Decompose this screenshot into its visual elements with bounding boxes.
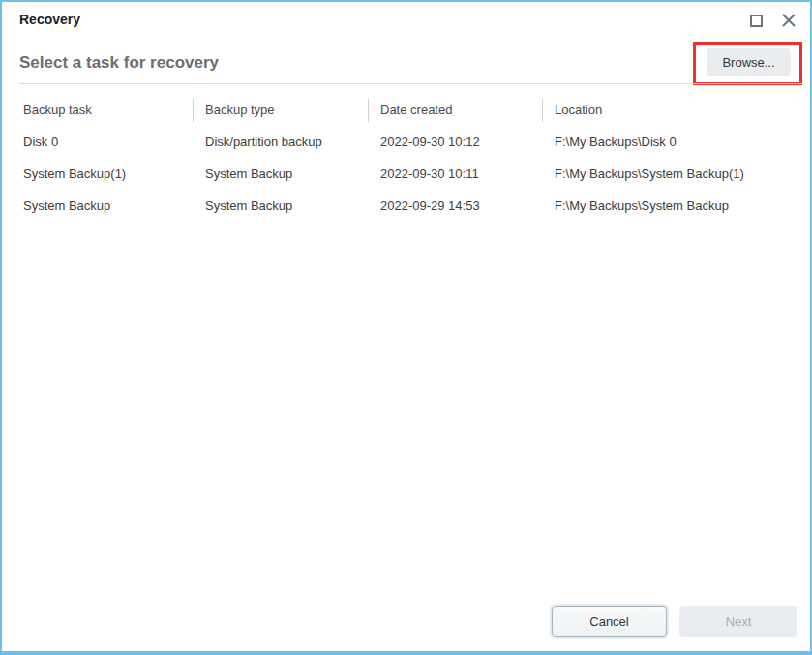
page-title: Select a task for recovery (19, 53, 219, 73)
column-separator (542, 99, 543, 122)
column-separator (368, 99, 369, 122)
cell-backup-task: System Backup (21, 198, 193, 213)
table-body: Disk 0 Disk/partition backup 2022-09-30 … (21, 126, 802, 222)
heading-divider (19, 83, 803, 84)
window-controls (746, 11, 798, 30)
cell-location: F:\My Backups\Disk 0 (542, 134, 802, 149)
cell-backup-type: Disk/partition backup (193, 134, 368, 149)
table-row-system-backup[interactable]: System Backup System Backup 2022-09-29 1… (21, 190, 802, 222)
close-button[interactable] (779, 11, 798, 30)
table-header-row: Backup task Backup type Date created Loc… (21, 94, 802, 126)
browse-button[interactable]: Browse... (707, 48, 791, 76)
column-header-backup-type: Backup type (193, 103, 368, 117)
cancel-button[interactable]: Cancel (552, 606, 667, 637)
maximize-icon (750, 15, 763, 27)
column-separator (193, 99, 194, 122)
window-title: Recovery (19, 12, 80, 27)
cell-backup-task: Disk 0 (21, 134, 193, 149)
title-bar: Recovery (2, 2, 810, 41)
close-icon (782, 14, 796, 27)
column-header-location: Location (542, 103, 802, 117)
cell-location: F:\My Backups\System Backup(1) (542, 166, 802, 181)
next-button[interactable]: Next (679, 606, 797, 637)
cell-date-created: 2022-09-30 10:11 (368, 166, 542, 181)
cell-date-created: 2022-09-30 10:12 (368, 134, 542, 149)
recovery-dialog: Recovery Select a task for recovery Brow… (0, 0, 812, 655)
cell-backup-type: System Backup (193, 198, 368, 213)
maximize-button[interactable] (746, 11, 766, 30)
cell-backup-type: System Backup (193, 166, 368, 181)
table-row-system-backup-1[interactable]: System Backup(1) System Backup 2022-09-3… (21, 158, 802, 190)
cell-date-created: 2022-09-29 14:53 (368, 198, 542, 213)
table-row-disk-0[interactable]: Disk 0 Disk/partition backup 2022-09-30 … (21, 126, 802, 158)
column-header-date-created: Date created (368, 103, 542, 117)
backup-task-table: Backup task Backup type Date created Loc… (21, 94, 802, 222)
cell-backup-task: System Backup(1) (21, 166, 193, 181)
column-header-backup-task: Backup task (21, 103, 193, 117)
cell-location: F:\My Backups\System Backup (542, 198, 802, 213)
